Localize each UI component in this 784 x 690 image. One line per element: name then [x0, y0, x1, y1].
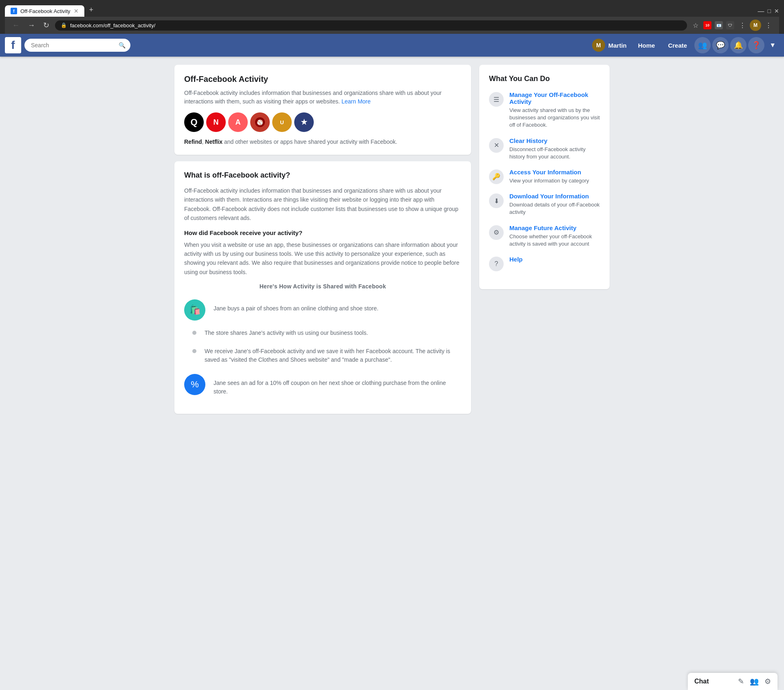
- maximize-button[interactable]: □: [768, 8, 771, 15]
- timeline-icon-1: 🛍️: [184, 299, 205, 321]
- timeline-step2-text: The store shares Jane's activity with us…: [205, 329, 461, 337]
- left-column: Off-Facebook Activity Off-Facebook activ…: [174, 65, 471, 414]
- right-column: What You Can Do ☰ Manage Your Off-Facebo…: [479, 65, 610, 414]
- card2-title: What is off-Facebook activity?: [184, 171, 461, 180]
- manage-activity-icon: ☰: [489, 92, 504, 107]
- manage-activity-desc: View activity shared with us by the busi…: [509, 107, 600, 129]
- action-item-future: ⚙ Manage Future Activity Choose whether …: [489, 224, 600, 248]
- minimize-button[interactable]: —: [758, 8, 764, 15]
- facebook-nav: M Martin Home Create 👥 💬 🔔 ❓ ▼: [588, 36, 779, 54]
- more-tools-button[interactable]: ⋮: [737, 20, 748, 31]
- clear-history-link[interactable]: Clear History: [509, 137, 600, 144]
- card1-title: Off-Facebook Activity: [184, 75, 461, 84]
- user-avatar-browser[interactable]: M: [750, 20, 761, 31]
- clear-history-icon: ✕: [489, 138, 504, 153]
- card1-description: Off-Facebook activity includes informati…: [184, 89, 461, 106]
- bookmark-button[interactable]: ☆: [690, 20, 701, 31]
- action-content-download: Download Your Information Download detai…: [509, 193, 600, 216]
- app-icon-refind: Q: [184, 112, 204, 132]
- manage-future-icon: ⚙: [489, 225, 504, 240]
- url-display: facebook.com/off_facebook_activity/: [70, 22, 681, 29]
- action-item-access: 🔑 Access Your Information View your info…: [489, 169, 600, 185]
- tab-close-button[interactable]: ✕: [74, 8, 79, 14]
- messenger-icon: 💬: [716, 41, 725, 50]
- help-link[interactable]: Help: [509, 256, 600, 263]
- timeline-dot-2: [192, 331, 196, 335]
- manage-future-desc: Choose whether your off-Facebook activit…: [509, 233, 600, 248]
- action-item-manage: ☰ Manage Your Off-Facebook Activity View…: [489, 91, 600, 129]
- what-is-off-facebook-card: What is off-Facebook activity? Off-Faceb…: [174, 161, 471, 414]
- browser-tabs: f Off-Facebook Activity ✕ + — □ ✕: [5, 3, 779, 17]
- action-item-help: ? Help: [489, 256, 600, 271]
- user-name: Martin: [608, 42, 627, 49]
- svg-text:⚾: ⚾: [257, 119, 264, 126]
- friends-icon-btn[interactable]: 👥: [694, 37, 711, 53]
- forward-button[interactable]: →: [25, 20, 37, 31]
- tab-favicon: f: [11, 8, 17, 14]
- facebook-header: f 🔍 M Martin Home Create 👥 💬 🔔 ❓ ▼: [0, 34, 784, 57]
- manage-future-link[interactable]: Manage Future Activity: [509, 224, 600, 231]
- browser-toolbar: ← → ↻ 🔒 facebook.com/off_facebook_activi…: [5, 17, 779, 34]
- clear-history-desc: Disconnect off-Facebook activity history…: [509, 146, 600, 160]
- app-icon-4: ⚾: [250, 112, 270, 132]
- browser-toolbar-icons: ☆ 10 📧 🛡 ⋮ M ⋮: [690, 20, 774, 31]
- browser-tab-active[interactable]: f Off-Facebook Activity ✕: [5, 5, 84, 17]
- app-icon-airbnb: A: [228, 112, 248, 132]
- card2-subtitle: How did Facebook receive your activity?: [184, 229, 461, 236]
- facebook-logo[interactable]: f: [5, 37, 21, 53]
- timeline-step1-text: Jane buys a pair of shoes from an online…: [214, 299, 461, 313]
- action-content-access: Access Your Information View your inform…: [509, 169, 600, 185]
- notifications-icon-btn[interactable]: 🔔: [730, 37, 747, 53]
- notifications-icon: 🔔: [734, 41, 743, 50]
- tab-title: Off-Facebook Activity: [20, 8, 70, 14]
- action-content-manage: Manage Your Off-Facebook Activity View a…: [509, 91, 600, 129]
- shared-title: Here's How Activity is Shared with Faceb…: [184, 283, 461, 290]
- card2-para1: Off-Facebook activity includes informati…: [184, 186, 461, 223]
- refresh-button[interactable]: ↻: [41, 19, 52, 31]
- app-activity-text: Refind, Netflix and other websites or ap…: [184, 138, 461, 145]
- extension-icon-1[interactable]: 10: [703, 21, 711, 29]
- card2-para2: When you visit a website or use an app, …: [184, 240, 461, 277]
- help-icon-btn[interactable]: ❓: [748, 37, 764, 53]
- manage-activity-link[interactable]: Manage Your Off-Facebook Activity: [509, 91, 600, 105]
- messages-icon-btn[interactable]: 💬: [712, 37, 729, 53]
- access-info-link[interactable]: Access Your Information: [509, 169, 600, 176]
- action-item-download: ⬇ Download Your Information Download det…: [489, 193, 600, 216]
- back-button[interactable]: ←: [10, 20, 22, 31]
- close-window-button[interactable]: ✕: [774, 8, 779, 15]
- search-input[interactable]: [24, 39, 130, 52]
- account-menu-btn[interactable]: ▼: [766, 38, 779, 52]
- off-facebook-activity-card: Off-Facebook Activity Off-Facebook activ…: [174, 65, 471, 155]
- main-content: Off-Facebook Activity Off-Facebook activ…: [168, 57, 616, 422]
- lock-icon: 🔒: [61, 22, 67, 28]
- timeline-dot-3: [192, 349, 196, 353]
- address-bar[interactable]: 🔒 facebook.com/off_facebook_activity/: [55, 20, 687, 31]
- sidebar-title: What You Can Do: [489, 75, 600, 83]
- nav-home-link[interactable]: Home: [632, 39, 661, 52]
- extension-icon-2[interactable]: 📧: [715, 21, 723, 29]
- action-content-future: Manage Future Activity Choose whether yo…: [509, 224, 600, 248]
- extension-icon-3[interactable]: 🛡: [726, 21, 734, 29]
- timeline-icon-4: %: [184, 374, 205, 395]
- download-info-link[interactable]: Download Your Information: [509, 193, 600, 200]
- search-container: 🔍: [24, 39, 130, 52]
- help-sidebar-icon: ?: [489, 257, 504, 271]
- user-avatar: M: [592, 39, 605, 52]
- what-you-can-do-card: What You Can Do ☰ Manage Your Off-Facebo…: [479, 65, 610, 289]
- access-info-desc: View your information by category: [509, 177, 600, 185]
- activity-timeline: 🛍️ Jane buys a pair of shoes from an onl…: [184, 299, 461, 396]
- chrome-menu-button[interactable]: ⋮: [763, 20, 774, 31]
- app-icon-6: ★: [294, 112, 314, 132]
- action-item-clear: ✕ Clear History Disconnect off-Facebook …: [489, 137, 600, 160]
- nav-user-link[interactable]: M Martin: [588, 36, 631, 54]
- app-icon-netflix: N: [206, 112, 226, 132]
- search-icon: 🔍: [119, 42, 126, 48]
- action-content-clear: Clear History Disconnect off-Facebook ac…: [509, 137, 600, 160]
- timeline-step3-text: We receive Jane's off-Facebook activity …: [205, 347, 461, 364]
- new-tab-button[interactable]: +: [85, 3, 98, 17]
- timeline-step4-text: Jane sees an ad for a 10% off coupon on …: [214, 374, 461, 396]
- nav-create-link[interactable]: Create: [662, 39, 693, 52]
- learn-more-link[interactable]: Learn More: [341, 98, 371, 105]
- app-icon-5: U: [272, 112, 292, 132]
- action-content-help: Help: [509, 256, 600, 264]
